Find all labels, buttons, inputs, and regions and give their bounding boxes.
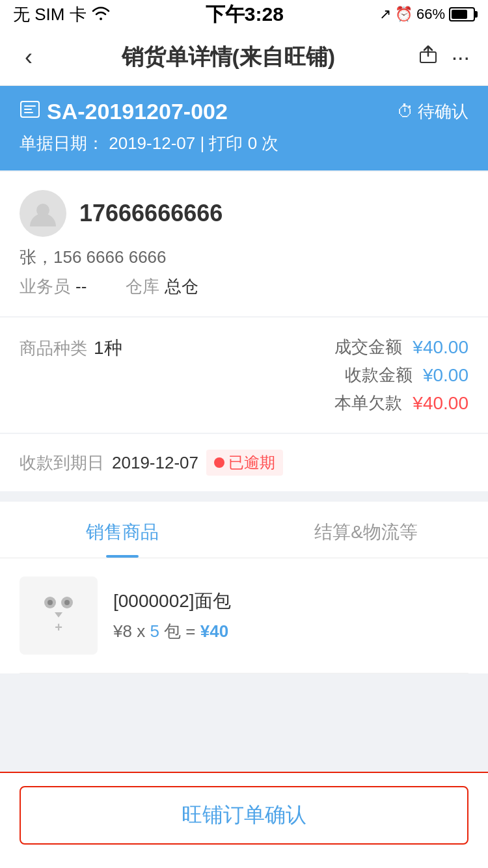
amount-row: 成交金额 ¥40.00 [334, 336, 468, 359]
summary-card: 商品种类 1种 成交金额 ¥40.00 收款金额 ¥0.00 本单欠款 ¥40.… [0, 318, 488, 433]
order-id: SA-20191207-002 [20, 99, 228, 124]
status-carrier: 无 SIM 卡 [13, 3, 110, 26]
sales-meta: 业务员 -- [20, 275, 87, 298]
due-date-card: 收款到期日 2019-12-07 已逾期 [0, 434, 488, 491]
page-title: 销货单详情(来自旺铺) [122, 42, 336, 72]
tab-sales-goods[interactable]: 销售商品 [0, 502, 244, 558]
warehouse-meta: 仓库 总仓 [126, 275, 198, 298]
received-row: 收款金额 ¥0.00 [345, 364, 468, 387]
more-icon[interactable]: ··· [452, 44, 470, 70]
nav-actions: ··· [418, 44, 470, 70]
status-time: 下午3:28 [206, 1, 284, 28]
battery-label: 66% [416, 6, 445, 23]
product-info: [0000002]面包 ¥8 x 5 包 = ¥40 [113, 589, 468, 643]
clock-icon: ⏱ [397, 102, 414, 122]
customer-name: 张，156 6666 6666 [20, 246, 468, 269]
nav-bar: ‹ 销货单详情(来自旺铺) ··· [0, 29, 488, 86]
order-date-info: 单据日期： 2019-12-07 | 打印 0 次 [20, 132, 468, 155]
order-prefix-icon [20, 100, 40, 123]
bottom-bar: 旺铺订单确认 [0, 772, 488, 868]
product-price: ¥8 x 5 包 = ¥40 [113, 620, 468, 643]
order-status: ⏱ 待确认 [397, 100, 468, 123]
tab-settlement[interactable]: 结算&物流等 [244, 502, 488, 558]
summary-left: 商品种类 1种 [20, 336, 122, 360]
order-header: SA-20191207-002 ⏱ 待确认 单据日期： 2019-12-07 |… [0, 86, 488, 170]
customer-meta: 业务员 -- 仓库 总仓 [20, 275, 468, 298]
share-icon[interactable] [418, 44, 439, 70]
product-thumbnail: + [20, 576, 98, 655]
product-thumb-icon: + [44, 597, 73, 635]
product-item: + [0000002]面包 ¥8 x 5 包 = ¥40 [20, 558, 468, 673]
summary-right: 成交金额 ¥40.00 收款金额 ¥0.00 本单欠款 ¥40.00 [334, 336, 468, 414]
avatar [20, 190, 66, 237]
tabs-container: 销售商品 结算&物流等 [0, 502, 488, 558]
product-list: + [0000002]面包 ¥8 x 5 包 = ¥40 [0, 558, 488, 673]
confirm-button[interactable]: 旺铺订单确认 [20, 786, 468, 845]
location-icon: ↗ [379, 6, 391, 23]
status-icons: ↗ ⏰ 66% [379, 6, 475, 23]
back-button[interactable]: ‹ [18, 37, 39, 77]
wifi-icon [92, 5, 110, 25]
overdue-badge: 已逾期 [206, 450, 283, 476]
overdue-dot-icon [214, 457, 224, 468]
customer-card: 17666666666 张，156 6666 6666 业务员 -- 仓库 总仓 [0, 172, 488, 316]
debt-row: 本单欠款 ¥40.00 [334, 392, 468, 414]
status-bar: 无 SIM 卡 下午3:28 ↗ ⏰ 66% [0, 0, 488, 29]
product-name: [0000002]面包 [113, 589, 468, 614]
customer-phone: 17666666666 [79, 200, 223, 227]
alarm-icon: ⏰ [395, 6, 413, 23]
battery-icon [449, 7, 475, 21]
